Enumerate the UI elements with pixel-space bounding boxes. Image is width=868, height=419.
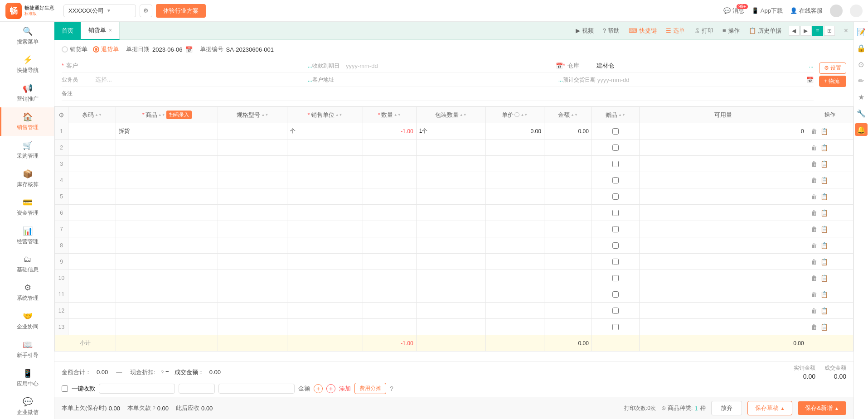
cell-barcode-8[interactable] <box>68 237 116 254</box>
delete-row-btn-7[interactable]: 🗑 <box>810 226 818 233</box>
gift-checkbox-12[interactable] <box>612 308 619 314</box>
cell-unit-10[interactable] <box>287 270 363 286</box>
date-value[interactable]: 2023-06-06 <box>152 46 183 53</box>
cell-ops-7[interactable]: 🗑 📋 <box>807 221 853 237</box>
cell-available-9[interactable] <box>640 254 807 270</box>
copy-row-btn-6[interactable]: 📋 <box>820 209 829 217</box>
delete-row-btn-4[interactable]: 🗑 <box>810 177 818 184</box>
cell-available-1[interactable]: 0 <box>640 123 807 140</box>
delete-row-btn-5[interactable]: 🗑 <box>810 193 818 200</box>
cell-product-11[interactable] <box>116 286 218 303</box>
copy-row-btn-12[interactable]: 📋 <box>820 307 829 314</box>
tab-sales-order[interactable]: 销货单 × <box>81 22 120 40</box>
right-panel-notes-btn[interactable]: 📝 <box>855 25 868 38</box>
doc-settings-button[interactable]: ⚙ 设置 <box>819 63 846 74</box>
cell-pkg-qty-3[interactable] <box>416 156 485 172</box>
right-panel-lock-btn[interactable]: 🔒 <box>855 42 868 54</box>
gift-checkbox-7[interactable] <box>612 226 619 232</box>
sidebar-item-enterprise[interactable]: 🤝 企业协同 <box>0 307 54 335</box>
save-draft-button[interactable]: 保存草稿 ▲ <box>747 401 793 415</box>
cell-barcode-10[interactable] <box>68 270 116 286</box>
cell-gift-9[interactable] <box>592 254 639 270</box>
return-order-radio[interactable]: 退货单 <box>93 45 119 53</box>
cell-unit-8[interactable] <box>287 237 363 254</box>
copy-row-btn-8[interactable]: 📋 <box>820 242 829 249</box>
grid-view-btn[interactable]: ⊞ <box>824 26 835 36</box>
delete-row-btn-1[interactable]: 🗑 <box>810 128 818 135</box>
delete-row-btn-11[interactable]: 🗑 <box>810 291 818 298</box>
cell-qty-13[interactable] <box>363 319 416 335</box>
cell-barcode-3[interactable] <box>68 156 116 172</box>
cell-unit-price-13[interactable] <box>485 319 544 335</box>
cell-available-4[interactable] <box>640 172 807 188</box>
delete-row-btn-10[interactable]: 🗑 <box>810 275 818 282</box>
delete-row-btn-12[interactable]: 🗑 <box>810 307 818 314</box>
history-btn[interactable]: 📋 历史单据 <box>745 25 785 36</box>
unit-price-info-icon[interactable]: ⓘ <box>514 111 519 118</box>
cell-barcode-7[interactable] <box>68 221 116 237</box>
right-panel-star-btn[interactable]: ★ <box>855 91 868 103</box>
cell-unit-price-2[interactable] <box>485 140 544 156</box>
copy-row-btn-7[interactable]: 📋 <box>820 226 829 233</box>
cell-spec-11[interactable] <box>218 286 287 303</box>
sidebar-item-appstore[interactable]: 📱 应用中心 <box>0 364 54 392</box>
warehouse-value[interactable]: 建材仓 <box>595 62 809 70</box>
copy-row-btn-11[interactable]: 📋 <box>820 291 829 298</box>
try-industry-button[interactable]: 体验行业方案 <box>156 4 206 18</box>
cell-available-11[interactable] <box>640 286 807 303</box>
delete-row-btn-8[interactable]: 🗑 <box>810 242 818 249</box>
cell-product-12[interactable] <box>116 303 218 319</box>
cell-unit-12[interactable] <box>287 303 363 319</box>
cell-amount-2[interactable] <box>544 140 592 156</box>
cell-spec-10[interactable] <box>218 270 287 286</box>
add-payment-button[interactable]: + <box>314 384 323 393</box>
select-btn[interactable]: ☰ 选单 <box>662 25 689 36</box>
cell-available-6[interactable] <box>640 205 807 221</box>
cell-qty-9[interactable] <box>363 254 416 270</box>
cell-unit-5[interactable] <box>287 188 363 205</box>
sidebar-item-guide[interactable]: 📖 新手引导 <box>0 335 54 364</box>
delete-row-btn-6[interactable]: 🗑 <box>810 209 818 217</box>
cell-pkg-qty-13[interactable] <box>416 319 485 335</box>
cell-product-3[interactable] <box>116 156 218 172</box>
gift-checkbox-9[interactable] <box>612 259 619 265</box>
one-click-pay-checkbox[interactable] <box>62 385 68 392</box>
scan-button[interactable]: 扫码录入 <box>166 111 192 119</box>
gift-checkbox-5[interactable] <box>612 193 619 200</box>
cell-unit-4[interactable] <box>287 172 363 188</box>
cell-available-12[interactable] <box>640 303 807 319</box>
cell-barcode-5[interactable] <box>68 188 116 205</box>
cell-pkg-qty-1[interactable]: 1个 <box>416 123 485 140</box>
messages-button[interactable]: 💬 消息 99+ <box>723 7 744 15</box>
customer-ellipsis-btn[interactable]: ... <box>308 63 312 69</box>
cell-pkg-qty-12[interactable] <box>416 303 485 319</box>
expense-help-icon[interactable]: ? <box>390 385 393 392</box>
cell-gift-6[interactable] <box>592 205 639 221</box>
cell-qty-8[interactable] <box>363 237 416 254</box>
column-settings-icon[interactable]: ⚙ <box>58 111 64 119</box>
doc-num-value[interactable]: SA-20230606-001 <box>226 46 274 53</box>
cell-gift-5[interactable] <box>592 188 639 205</box>
cell-spec-12[interactable] <box>218 303 287 319</box>
sidebar-item-system[interactable]: ⚙ 系统管理 <box>0 278 54 307</box>
due-date-calendar-icon[interactable]: 📅 <box>556 63 563 69</box>
cell-gift-2[interactable] <box>592 140 639 156</box>
cell-qty-1[interactable]: -1.00 <box>363 123 416 140</box>
cell-barcode-9[interactable] <box>68 254 116 270</box>
cell-amount-7[interactable] <box>544 221 592 237</box>
right-panel-edit-btn[interactable]: ✏ <box>855 74 868 87</box>
th-settings[interactable]: ⚙ <box>55 107 68 123</box>
sidebar-item-wechat[interactable]: 💬 企业微信 <box>0 392 54 419</box>
cell-qty-6[interactable] <box>363 205 416 221</box>
gift-checkbox-3[interactable] <box>612 161 619 167</box>
cell-unit-price-5[interactable] <box>485 188 544 205</box>
tab-close-icon[interactable]: × <box>109 27 112 34</box>
sidebar-item-basic[interactable]: 🗂 基础信息 <box>0 250 54 278</box>
avatar-extra[interactable] <box>850 5 863 17</box>
sidebar-item-finance[interactable]: 💳 资金管理 <box>0 193 54 222</box>
sidebar-item-marketing[interactable]: 📢 营销推广 <box>0 79 54 107</box>
cell-pkg-qty-11[interactable] <box>416 286 485 303</box>
cell-unit-13[interactable] <box>287 319 363 335</box>
add-payment-circle-btn[interactable]: + <box>326 384 335 393</box>
copy-row-btn-5[interactable]: 📋 <box>820 193 829 200</box>
